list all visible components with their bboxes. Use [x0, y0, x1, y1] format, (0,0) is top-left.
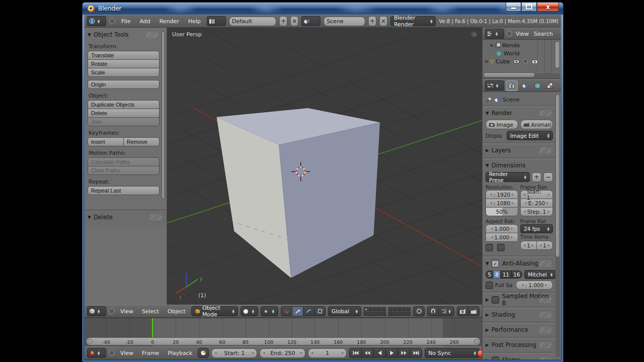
delete-button[interactable]: Delete	[88, 109, 159, 118]
layer-cell[interactable]	[364, 312, 368, 316]
insert-keyframe-button[interactable]: Insert	[88, 137, 124, 146]
jump-prev-keyframe-button[interactable]	[361, 348, 374, 358]
sync-mode-dropdown[interactable]: No Sync ▲▼	[425, 348, 479, 358]
aa-filter-dropdown[interactable]: Mitchel ▲▼	[524, 270, 556, 279]
delete-scene-button[interactable]: ×	[379, 16, 387, 26]
add-screen-layout-button[interactable]: +	[279, 16, 287, 26]
menu-view[interactable]: View	[514, 30, 530, 38]
layer-cell[interactable]	[407, 307, 411, 311]
aa-samples-11[interactable]: 11	[500, 270, 511, 279]
play-button[interactable]	[385, 348, 398, 358]
calculate-paths-button[interactable]: Calculate Paths	[88, 157, 159, 166]
menu-help[interactable]: Help	[185, 17, 204, 26]
manipulator-rotate-toggle[interactable]	[303, 306, 314, 316]
menu-render[interactable]: Render	[156, 17, 182, 26]
layer-cell[interactable]	[377, 307, 381, 311]
aa-samples-8[interactable]: 8	[493, 270, 501, 279]
stamp-checkbox[interactable]	[492, 356, 499, 360]
opengl-render-button[interactable]	[457, 306, 468, 316]
manipulator-scale-toggle[interactable]	[314, 306, 326, 316]
play-reverse-button[interactable]	[373, 348, 386, 358]
layer-cell[interactable]	[402, 312, 406, 316]
performance-panel-header[interactable]: ▶ Performance	[486, 325, 553, 335]
layer-cell[interactable]	[407, 312, 411, 316]
aa-filter-size-field[interactable]: ◂: 1.000▸	[516, 281, 553, 290]
opengl-render-anim-button[interactable]	[468, 306, 479, 316]
scale-button[interactable]: Scale	[88, 68, 159, 77]
frame-end-field[interactable]: ◂E: 250▸	[520, 199, 553, 208]
resolution-percent-slider[interactable]: 50%	[486, 207, 518, 216]
layer-cell[interactable]	[373, 312, 377, 316]
editor-type-selector-timeline[interactable]: ▲▼	[87, 348, 106, 358]
menu-add[interactable]: Add	[136, 17, 153, 26]
current-frame-marker[interactable]	[152, 318, 153, 339]
remap-new-field[interactable]: ◂1▸	[536, 241, 553, 250]
resolution-x-field[interactable]: ◂: 1920▸	[486, 190, 518, 199]
sampled-motion-blur-panel-header[interactable]: ▶ Sampled Motion B	[486, 295, 553, 305]
layer-cell[interactable]	[397, 312, 401, 316]
resolution-y-field[interactable]: ◂: 1080▸	[486, 199, 518, 208]
dimensions-panel-header[interactable]: ▼ Dimensions	[486, 160, 553, 170]
layer-cell[interactable]	[388, 307, 392, 311]
properties-scrollbar[interactable]	[555, 94, 560, 357]
clear-paths-button[interactable]: Clear Paths	[88, 166, 159, 175]
frame-start-field[interactable]: ◂Start: 1▸	[520, 190, 553, 199]
join-button[interactable]: Join	[88, 117, 159, 126]
pivot-point-dropdown[interactable]: ▲▼	[261, 306, 278, 316]
rotate-button[interactable]: Rotate	[88, 59, 159, 68]
snap-toggle[interactable]	[427, 306, 439, 316]
manipulator-axes-toggle[interactable]	[281, 306, 292, 316]
layer-cell[interactable]	[397, 307, 401, 311]
menu-object[interactable]: Object	[165, 307, 189, 316]
shading-panel-header[interactable]: ▶ Shading	[486, 310, 553, 320]
object-tools-panel-header[interactable]: ▼ Object Tools	[88, 30, 159, 40]
outliner-item-world[interactable]: World	[485, 49, 554, 57]
close-button[interactable]: x	[537, 3, 559, 12]
layer-cell[interactable]	[393, 307, 397, 311]
tab-render[interactable]	[506, 80, 518, 91]
menu-file[interactable]: File	[118, 17, 133, 26]
timeline-ruler[interactable]: -40 -20 0 20 40 60 80 100 120 140 160 18…	[85, 318, 482, 346]
visibility-eye-icon[interactable]	[513, 59, 520, 64]
screen-layout-field[interactable]: Default	[229, 17, 276, 26]
scene-field[interactable]: Scene	[324, 17, 365, 26]
layer-cell[interactable]	[388, 312, 392, 316]
stamp-panel-header[interactable]: ▶ Stamp	[486, 355, 553, 359]
menu-view[interactable]: View	[117, 307, 136, 316]
layer-cell[interactable]	[402, 307, 406, 311]
add-preset-button[interactable]: +	[532, 172, 541, 182]
maximize-button[interactable]	[521, 3, 537, 12]
jump-next-keyframe-button[interactable]	[397, 348, 410, 358]
aspect-checkbox-1[interactable]	[486, 244, 493, 251]
layer-cell[interactable]	[368, 312, 372, 316]
editor-type-selector-3dview[interactable]: ▲▼	[87, 306, 106, 316]
manipulator-translate-toggle[interactable]	[292, 306, 303, 316]
aa-samples-16[interactable]: 16	[511, 270, 522, 279]
collapse-menus-toggle[interactable]	[506, 31, 512, 37]
pin-icon[interactable]	[486, 97, 492, 103]
tab-texture[interactable]	[544, 81, 555, 90]
aa-samples-5[interactable]: 5	[486, 270, 494, 279]
fps-dropdown[interactable]: 24 fps ▲▼	[520, 224, 553, 233]
delete-panel-header[interactable]: ▼ Delete	[88, 212, 164, 222]
snap-element-dropdown[interactable]: ▲▼	[438, 306, 454, 316]
layers-widget-left[interactable]	[364, 307, 386, 316]
layer-cell[interactable]	[393, 312, 397, 316]
post-processing-panel-header[interactable]: ▶ Post Processing	[486, 340, 553, 350]
layer-cell[interactable]	[377, 312, 381, 316]
remove-preset-button[interactable]: −	[543, 172, 553, 182]
viewport-shading-dropdown[interactable]: ▲▼	[240, 306, 258, 316]
render-image-button[interactable]: Image	[486, 120, 518, 129]
viewport-3d[interactable]: y x User Persp (1)	[167, 28, 482, 305]
window-titlebar[interactable]: Blender x	[83, 3, 563, 15]
aspect-y-field[interactable]: ◂1.000▸	[486, 233, 518, 242]
duplicate-objects-button[interactable]: Duplicate Objects	[88, 100, 159, 109]
outliner-item-renderlayers[interactable]: ⊕ Rende	[485, 41, 554, 49]
menu-search[interactable]: Search	[532, 30, 554, 38]
outliner-vscroll-thumb[interactable]	[555, 41, 560, 68]
sampled-motion-blur-checkbox[interactable]	[492, 296, 499, 304]
proportional-edit-toggle[interactable]	[413, 306, 425, 316]
render-engine-dropdown[interactable]: Blender Render ▲▼	[390, 16, 436, 26]
layer-cell[interactable]	[368, 307, 372, 311]
breadcrumb[interactable]: Scene	[503, 97, 520, 103]
